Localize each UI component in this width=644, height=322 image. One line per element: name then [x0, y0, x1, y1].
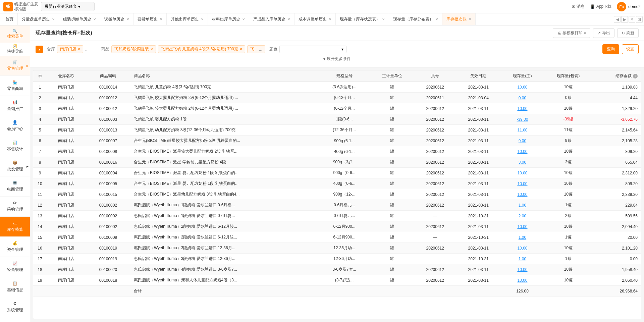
- sidebar-item-member[interactable]: 👤 会员中心: [0, 116, 30, 136]
- qty-main-link[interactable]: 1.00: [519, 235, 526, 240]
- app-download-button[interactable]: 📱 App下载: [590, 4, 611, 9]
- remove-warehouse-tag-button[interactable]: ✕: [77, 47, 80, 51]
- close-icon[interactable]: ✕: [469, 17, 471, 21]
- sidebar-quick-nav[interactable]: 🧭 快捷导航: [0, 43, 30, 56]
- close-icon[interactable]: ✕: [52, 17, 55, 21]
- next-tab-button[interactable]: ▶: [621, 16, 628, 23]
- expand-filter-button[interactable]: ›: [36, 46, 43, 53]
- th-balance: 结存金额i: [593, 70, 641, 82]
- sidebar-item-retail-stats[interactable]: 📊 零售统计: [0, 136, 30, 156]
- sidebar-item-finance[interactable]: 💰 资金管理: [0, 237, 30, 257]
- total-empty-2: [47, 286, 86, 297]
- color-input[interactable]: ▾: [279, 46, 346, 53]
- qty-main-link[interactable]: 3.00: [519, 160, 526, 165]
- qty-main-link[interactable]: 10.00: [517, 192, 527, 197]
- sidebar-item-retail[interactable]: 🛒 零售管理 ▸: [0, 56, 30, 76]
- cell-code: 00100018: [86, 275, 130, 286]
- sidebar-item-retail-shop[interactable]: 🏪 零售商城: [0, 76, 30, 96]
- export-button[interactable]: ↗ 导出: [593, 28, 614, 38]
- sidebar-item-system[interactable]: ⚙ 系统管理: [0, 297, 30, 317]
- close-tab-button[interactable]: ✕: [629, 16, 635, 23]
- qty-main-link[interactable]: 1.00: [519, 257, 526, 261]
- qty-main-link[interactable]: 10.00: [517, 224, 527, 229]
- cell-spec: 1段(0-6...: [319, 114, 370, 125]
- tab-material-out-history[interactable]: 材料出库单历史 ✕: [208, 13, 249, 25]
- remove-product-tag-1-button[interactable]: ✕: [150, 47, 153, 51]
- sidebar-item-inventory[interactable]: 🗃 库存核算: [0, 217, 30, 237]
- tab-inventory-status[interactable]: 现存量（库存状况表） ✕: [336, 13, 389, 25]
- close-icon[interactable]: ✕: [435, 17, 438, 21]
- sidebar-search[interactable]: 🔍 搜索英单: [0, 25, 30, 43]
- qty-main-link[interactable]: 1.00: [519, 203, 526, 208]
- table-body: 1 南库门店 00100014 飞鹤星飞帆 儿童奶粉 4段(3-6岁适用) 70…: [33, 82, 641, 297]
- info-icon[interactable]: i: [633, 74, 638, 78]
- tab-disassemble-history[interactable]: 组装拆卸单历史 ✕: [59, 13, 100, 25]
- sidebar-item-operations[interactable]: 📈 经营管理: [0, 257, 30, 277]
- more-warehouse-btn[interactable]: ...: [85, 47, 89, 52]
- sidebar-item-basics[interactable]: 📋 基础信息: [0, 277, 30, 297]
- qty-main-link[interactable]: 11.00: [517, 128, 527, 132]
- tab-inventory-dist[interactable]: 现存量（库存分布表） ✕: [389, 13, 442, 25]
- page-title: 现存量查询(按仓库+批次): [36, 30, 92, 36]
- expand-more-button[interactable]: ▾ 展开更多条件: [36, 54, 639, 64]
- tab-cost-adjust-history[interactable]: 成本调整单历史 ✕: [294, 13, 336, 25]
- tab-split-stock-history[interactable]: 分量盘点单历史 ✕: [18, 13, 59, 25]
- message-button[interactable]: ✉ 消息: [572, 4, 585, 9]
- qty-main-link[interactable]: 10.00: [517, 85, 527, 90]
- top-bar: 畅 畅捷通好生意 标准版 母婴行业演示账套 ▾ ✉ 消息 📱 App下载 Ea …: [0, 0, 644, 13]
- tab-batch-voucher[interactable]: 库存批次账 ✕: [442, 13, 476, 25]
- close-icon[interactable]: ✕: [160, 17, 162, 21]
- close-icon[interactable]: ✕: [126, 17, 129, 21]
- tab-other-out-history[interactable]: 其他出库单历史 ✕: [167, 13, 208, 25]
- cell-batch: 20200612: [415, 168, 455, 178]
- product-tag-more: 飞... ...: [247, 45, 265, 53]
- prev-tab-button[interactable]: ◀: [614, 16, 621, 23]
- filter-area: › 合库 南库门店 ✕ ... 商品: [30, 41, 644, 67]
- qty-main-link[interactable]: 9.00: [519, 139, 526, 143]
- cell-expire: 2021-03-11: [455, 275, 501, 286]
- sidebar-item-wholesale[interactable]: 📦 批发管理 ▸: [0, 156, 30, 176]
- close-icon[interactable]: ✕: [242, 17, 245, 21]
- account-selector[interactable]: 母婴行业演示账套 ▾: [41, 2, 95, 11]
- cell-qty-main: -39.00: [501, 114, 544, 125]
- tab-product-in-history[interactable]: 产成品入库单历史 ✕: [249, 13, 294, 25]
- qty-main-link[interactable]: 0.00: [519, 96, 526, 100]
- cell-expire: 2021-03-11: [455, 264, 501, 275]
- table-row: 5 南库门店 00100013 飞鹤星飞帆 幼儿配方奶粉 3段(12-36个月幼…: [33, 125, 641, 136]
- cell-code: 00100002: [86, 211, 130, 221]
- cell-unit: 罐: [370, 146, 415, 157]
- remove-product-tag-2-button[interactable]: ✕: [239, 47, 242, 51]
- close-icon[interactable]: ✕: [329, 17, 331, 21]
- fullscreen-button[interactable]: ⊡: [636, 16, 643, 23]
- sidebar-item-purchase[interactable]: 🛍 采购管理: [0, 197, 30, 217]
- qty-main-link[interactable]: 10.00: [517, 106, 527, 111]
- cell-index: 15: [33, 232, 47, 243]
- tab-requisition-history[interactable]: 要货单历史 ✕: [133, 13, 167, 25]
- user-area[interactable]: Ea demo2: [617, 2, 641, 11]
- cell-warehouse: 南库门店: [47, 125, 86, 136]
- sidebar-item-marketing[interactable]: 📢 营销推广: [0, 96, 30, 116]
- refresh-button[interactable]: ↻ 刷新: [617, 28, 639, 38]
- qty-main-link[interactable]: 10.00: [517, 171, 527, 175]
- qty-main-link[interactable]: -39.00: [517, 117, 528, 122]
- close-icon[interactable]: ✕: [287, 17, 290, 21]
- tab-home[interactable]: 首页: [1, 13, 18, 25]
- close-icon[interactable]: ✕: [93, 17, 96, 21]
- close-icon[interactable]: ✕: [382, 17, 385, 21]
- cell-warehouse: 南库门店: [47, 243, 86, 254]
- settings-button[interactable]: 设置: [622, 44, 639, 54]
- sidebar-item-enterprise[interactable]: 🤝 企业协同: [0, 317, 30, 322]
- qty-main-link[interactable]: 10.00: [517, 278, 527, 283]
- close-icon[interactable]: ✕: [201, 17, 204, 21]
- qty-main-link[interactable]: 10.00: [517, 267, 527, 272]
- qty-main-link[interactable]: 10.00: [517, 181, 527, 186]
- sidebar-item-ecommerce[interactable]: 💻 电商管理: [0, 176, 30, 197]
- print-button[interactable]: 🖨 按模板打印 ▾: [553, 28, 590, 38]
- qty-main-link[interactable]: 10.00: [517, 149, 527, 154]
- more-product-btn[interactable]: ...: [259, 47, 262, 52]
- qty-main-link[interactable]: 10.00: [517, 246, 527, 251]
- qty-main-link[interactable]: 2.00: [519, 214, 526, 218]
- cell-spec: (12-36个月...: [319, 125, 370, 136]
- search-button[interactable]: 查询: [602, 44, 619, 54]
- tab-pick-history[interactable]: 调拨单历史 ✕: [100, 13, 133, 25]
